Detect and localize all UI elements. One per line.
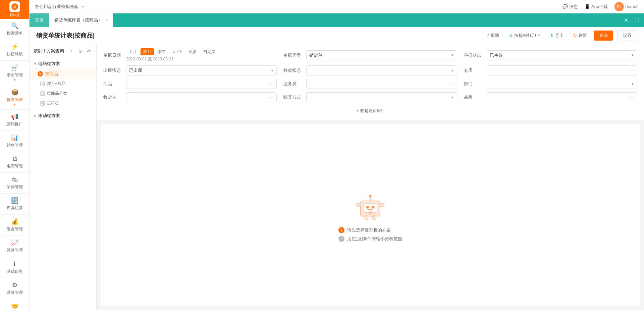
goods-input[interactable]: ··· (126, 79, 277, 89)
sidebar-item-ecommerce[interactable]: 🖥 电商管理 (0, 152, 29, 173)
add-scheme-btn[interactable]: ＋ (68, 48, 75, 54)
help-btn[interactable]: ? 帮助 (484, 31, 502, 40)
sidebar-item-quicknav[interactable]: ⚡ 快捷导航 (0, 40, 29, 61)
collapse-bar[interactable]: ∧ 收起更多条件 (103, 106, 637, 116)
industry-selector[interactable]: 办公用品行业模拟账套 ▼ (35, 4, 85, 10)
bill-type-select[interactable]: 销货单 ▼ (306, 50, 457, 60)
logo-icon: 好 (9, 1, 20, 12)
username-label: demo2 (625, 4, 639, 9)
query-btn[interactable]: 查询 (594, 31, 613, 41)
marketing-icon: 📢 (11, 113, 18, 120)
export-btn[interactable]: ⬇ 导出 (547, 31, 567, 40)
collapse-panel-btn[interactable]: ≪ (86, 48, 92, 54)
mobile-group-header[interactable]: ▼ 移动端方案 (30, 111, 96, 121)
brand-label: 品牌 (464, 94, 487, 100)
brand-dots[interactable]: ··· (629, 94, 634, 100)
operations-icon: 📈 (11, 239, 18, 247)
settings-btn[interactable]: 设置 (617, 30, 637, 41)
header-actions: 💬 消息 📱 App下载 Ea demo2 (562, 2, 639, 11)
user-menu-btn[interactable]: Ea demo2 (614, 2, 639, 11)
scheme-item-by-goods[interactable]: 按 按商品 (30, 69, 96, 79)
sales-icon: 📊 (11, 134, 18, 142)
warehouse-label: 仓库 (464, 67, 487, 73)
brand-input[interactable]: ··· (487, 92, 637, 102)
bill-status-select[interactable]: 已生效 ▼ (487, 50, 637, 60)
tab-maximize-btn[interactable]: ⛶ (632, 15, 641, 25)
export-label: 导出 (555, 33, 564, 39)
bill-status-arrow: ▼ (631, 53, 634, 57)
sidebar-item-basic-info[interactable]: ℹ 基础信息 (0, 257, 29, 278)
warehouse-dots[interactable]: ··· (629, 67, 634, 73)
industry-label: 办公用品行业模拟账套 (35, 4, 78, 10)
scheme-item-driver[interactable]: 司 按司机 (30, 98, 96, 108)
receiver-input[interactable]: ··· (126, 92, 277, 102)
minimize-icon: ✕ (624, 17, 628, 23)
out-status-cell: 出库状态 已出库 ▼ (103, 65, 277, 75)
sidebar-item-purchase[interactable]: 🛍 采购管理 (0, 173, 29, 194)
sidebar-item-search[interactable]: 🔍 搜索菜单 (0, 19, 29, 40)
print-dropdown-arrow: ▼ (537, 34, 541, 37)
salesperson-cell: 业务员 ··· (283, 79, 457, 89)
svg-text:好: 好 (13, 5, 17, 9)
purchase-label: 采购管理 (7, 184, 23, 190)
tab-close-btn[interactable]: × (106, 18, 108, 22)
sidebar-item-inventory[interactable]: 🔢 库存核算 (0, 194, 29, 215)
out-status-label: 出库状态 (103, 67, 126, 73)
this-year-btn[interactable]: 本年 (155, 48, 168, 55)
scheme-icon-goods-category: 分 (40, 91, 45, 96)
custom-date-btn[interactable]: 自定义 (201, 48, 218, 55)
tab-bar: 首页 销货单统计表（按商品） × ✕ ⛶ (30, 13, 644, 27)
last7-btn[interactable]: 近7天 (169, 48, 185, 55)
message-btn[interactable]: 💬 消息 (562, 4, 578, 10)
tab-minimize-btn[interactable]: ✕ (621, 15, 631, 25)
department-cell: 部门 ▼ (464, 79, 637, 89)
sidebar-item-retail[interactable]: 🛒 零售管理 ▼ (0, 61, 29, 85)
warehouse-input[interactable]: ··· (487, 65, 637, 75)
scheme-item-month-goods[interactable]: 月 按月+商品 (30, 79, 96, 89)
receiver-dots[interactable]: ··· (269, 94, 274, 100)
basic-info-label: 基础信息 (7, 269, 23, 274)
out-status-select[interactable]: 已出库 ▼ (126, 65, 277, 75)
sidebar-item-sales[interactable]: 📊 销售管理 (0, 131, 29, 152)
computer-group-header[interactable]: ▼ 电脑端方案 (30, 59, 96, 69)
scheme-label-goods-category: 按商品分类 (47, 91, 67, 96)
help-icon: ? (487, 33, 489, 38)
last-month-btn[interactable]: 上月 (126, 48, 140, 55)
tab-sales-report[interactable]: 销货单统计表（按商品） × (49, 13, 113, 27)
goods-dots[interactable]: ··· (269, 81, 274, 87)
goods-label: 商品 (103, 81, 126, 87)
app-download-btn[interactable]: 📱 App下载 (585, 4, 608, 10)
scheme-item-goods-category[interactable]: 分 按商品分类 (30, 89, 96, 98)
help-label: 帮助 (490, 33, 499, 39)
sidebar-item-wholesale[interactable]: 📦 批发管理 ▲ (0, 85, 29, 110)
scheme-label-driver: 按司机 (47, 100, 59, 106)
sidebar-item-system[interactable]: ⚙ 系统管理 (0, 278, 29, 299)
wholesale-label: 批发管理 (7, 97, 23, 103)
department-select[interactable]: ▼ (487, 79, 637, 89)
settlement-select[interactable]: ▼ (306, 92, 457, 102)
svg-text:月: 月 (42, 83, 44, 85)
system-icon: ⚙ (12, 281, 17, 289)
ecommerce-label: 电商管理 (7, 163, 23, 169)
sidebar-item-collab[interactable]: 🤝 企业协同 (0, 299, 29, 310)
sidebar-item-finance[interactable]: 💰 资金管理 (0, 215, 29, 236)
sidebar-item-operations[interactable]: 📈 经营管理 (0, 236, 29, 257)
salesperson-dots[interactable]: ··· (449, 81, 454, 87)
app-logo[interactable]: 好 标账版 (0, 0, 30, 19)
payment-status-select[interactable]: ▼ (306, 65, 457, 75)
tab-home[interactable]: 首页 (30, 13, 49, 27)
print-btn[interactable]: 🖨 按模板打印 ▼ (506, 31, 543, 40)
inventory-label: 库存核算 (7, 205, 23, 211)
computer-group: ▼ 电脑端方案 按 按商品 月 按 (30, 57, 96, 109)
search-icon: 🔍 (11, 22, 18, 30)
refresh-btn[interactable]: ↻ 刷新 (571, 31, 590, 40)
edit-scheme-btn[interactable]: ⊙ (77, 48, 84, 54)
this-month-btn[interactable]: 本月 (141, 48, 154, 55)
salesperson-input[interactable]: ··· (306, 79, 457, 89)
print-label: 按模板打印 (514, 33, 536, 39)
scheme-label-month-goods: 按月+商品 (47, 81, 65, 87)
sidebar-item-marketing[interactable]: 📢 营销推广 (0, 110, 29, 131)
message-label: 消息 (569, 4, 578, 10)
more-date-btn[interactable]: 更多 (186, 48, 200, 55)
computer-group-arrow: ▼ (34, 62, 37, 66)
